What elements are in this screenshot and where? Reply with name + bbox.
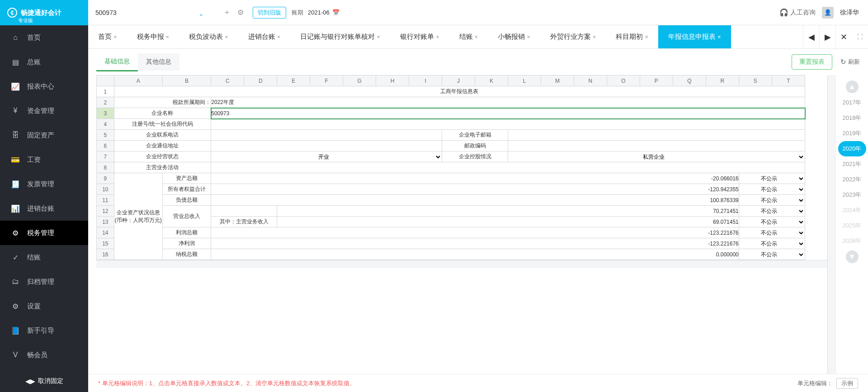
pub-select-13[interactable]: 不公示 <box>739 217 805 227</box>
rowhdr-7[interactable]: 7 <box>97 151 114 162</box>
vertical-scrollbar[interactable] <box>827 75 835 374</box>
tab-2[interactable]: 税负波动表× <box>179 25 238 48</box>
col-M[interactable]: M <box>541 76 574 86</box>
sidebar-item-1[interactable]: ▤总账 <box>0 50 88 74</box>
asset-val-14[interactable]: -123.221676 <box>211 227 739 238</box>
tab-7[interactable]: 小畅报销× <box>488 25 540 48</box>
ctrl-select[interactable]: 私营企业 <box>508 151 805 162</box>
col-H[interactable]: H <box>376 76 409 86</box>
col-G[interactable]: G <box>343 76 376 86</box>
sidebar-item-9[interactable]: ✓结账 <box>0 245 88 269</box>
asset-val-15[interactable]: -123.221676 <box>211 238 739 249</box>
asset-val-13[interactable]: 69.071451 <box>277 217 739 227</box>
sidebar-item-2[interactable]: 📈报表中心 <box>0 74 88 99</box>
col-N[interactable]: N <box>574 76 607 86</box>
year-up-button[interactable]: ▲ <box>846 80 859 93</box>
tab-close[interactable]: × <box>475 33 478 40</box>
tab-close[interactable]: × <box>717 33 721 40</box>
status-select[interactable]: 开业 <box>211 151 442 162</box>
pub-select-12[interactable]: 不公示 <box>739 206 805 217</box>
col-E[interactable]: E <box>277 76 310 86</box>
credit-cell[interactable] <box>211 119 805 130</box>
col-D[interactable]: D <box>244 76 277 86</box>
rowhdr-5[interactable]: 5 <box>97 130 114 141</box>
asset-val-9[interactable]: -20.066016 <box>211 173 739 184</box>
rowhdr-2[interactable]: 2 <box>97 97 114 108</box>
rowhdr-8[interactable]: 8 <box>97 162 114 173</box>
rowhdr-11[interactable]: 11 <box>97 195 114 206</box>
year-down-button[interactable]: ▼ <box>846 250 859 263</box>
email-cell[interactable] <box>508 130 805 141</box>
sub-empty[interactable] <box>211 206 277 217</box>
pub-select-10[interactable]: 不公示 <box>739 184 805 195</box>
tab-9[interactable]: 科目期初× <box>606 25 658 48</box>
sidebar-item-13[interactable]: V畅会员 <box>0 343 88 367</box>
company-selector[interactable]: 500973 ⌄ <box>94 6 220 19</box>
col-R[interactable]: R <box>706 76 739 86</box>
old-version-button[interactable]: 切到旧版 <box>253 7 286 19</box>
col-A[interactable]: A <box>114 76 162 86</box>
col-C[interactable]: C <box>211 76 244 86</box>
tab-close[interactable]: × <box>436 33 439 40</box>
rowhdr-15[interactable]: 15 <box>97 238 114 249</box>
sidebar-item-5[interactable]: 💳工资 <box>0 147 88 172</box>
asset-val-11[interactable]: 100.876339 <box>211 195 739 206</box>
pub-select-15[interactable]: 不公示 <box>739 238 805 249</box>
tab-close[interactable]: × <box>277 33 281 40</box>
sidebar-item-10[interactable]: 🗂归档管理 <box>0 269 88 294</box>
rowhdr-6[interactable]: 6 <box>97 141 114 151</box>
user-name[interactable]: 徐泽华 <box>840 9 859 17</box>
unpin-button[interactable]: ◀▶ 取消固定 <box>0 370 88 392</box>
tab-scroll-right[interactable]: ▶ <box>819 25 835 48</box>
asset-val-12[interactable]: 70.271451 <box>277 206 739 217</box>
col-J[interactable]: J <box>442 76 475 86</box>
col-I[interactable]: I <box>409 76 442 86</box>
tab-6[interactable]: 结账× <box>449 25 488 48</box>
year-2019年[interactable]: 2019年 <box>838 126 866 141</box>
sidebar-item-3[interactable]: ¥资金管理 <box>0 99 88 123</box>
tab-3[interactable]: 进销台账× <box>238 25 291 48</box>
calendar-icon[interactable]: 📅 <box>332 9 340 16</box>
tab-scroll-left[interactable]: ◀ <box>803 25 819 48</box>
sidebar-item-0[interactable]: ⌂首页 <box>0 25 88 50</box>
subtab-other[interactable]: 其他信息 <box>138 53 179 71</box>
col-K[interactable]: K <box>475 76 508 86</box>
period-value[interactable]: 2021-06 <box>308 9 330 16</box>
rowhdr-12[interactable]: 12 <box>97 206 114 217</box>
rowhdr-14[interactable]: 14 <box>97 227 114 238</box>
tab-close[interactable]: × <box>225 33 228 40</box>
asset-val-10[interactable]: -120.942355 <box>211 184 739 195</box>
col-P[interactable]: P <box>640 76 673 86</box>
asset-val-16[interactable]: 0.000000 <box>211 249 739 260</box>
addr-cell[interactable] <box>211 141 442 151</box>
fullscreen-button[interactable]: ⛶ <box>852 25 868 48</box>
tab-1[interactable]: 税务申报× <box>127 25 179 48</box>
col-O[interactable]: O <box>607 76 640 86</box>
consult-button[interactable]: 🎧 人工咨询 <box>779 8 816 17</box>
rowhdr-3[interactable]: 3 <box>97 108 114 119</box>
tab-close[interactable]: × <box>113 33 117 40</box>
sidebar-item-12[interactable]: 📘新手引导 <box>0 318 88 343</box>
tab-close[interactable]: × <box>645 33 648 40</box>
sidebar-item-7[interactable]: 📊进销台账 <box>0 196 88 221</box>
sidebar-item-8[interactable]: ⚙税务管理 <box>0 221 88 245</box>
sidebar-item-11[interactable]: ⚙设置 <box>0 294 88 318</box>
subtab-basic[interactable]: 基础信息 <box>96 53 138 71</box>
sheet-corner[interactable] <box>97 76 114 86</box>
tab-close[interactable]: × <box>527 33 530 40</box>
pub-select-16[interactable]: 不公示 <box>739 249 805 260</box>
tab-4[interactable]: 日记账与银行对账单核对× <box>290 25 390 48</box>
tab-close[interactable]: × <box>166 33 170 40</box>
year-2018年[interactable]: 2018年 <box>838 110 866 126</box>
col-L[interactable]: L <box>508 76 541 86</box>
pub-select-9[interactable]: 不公示 <box>739 173 805 184</box>
refresh-button[interactable]: ↻ 刷新 <box>840 58 860 66</box>
col-F[interactable]: F <box>310 76 343 86</box>
mainbiz-cell[interactable] <box>211 162 805 173</box>
tab-10[interactable]: 年报信息申报表× <box>658 25 731 48</box>
rowhdr-16[interactable]: 16 <box>97 249 114 260</box>
tab-0[interactable]: 首页 × <box>88 25 127 48</box>
year-2020年[interactable]: 2020年 <box>838 141 866 156</box>
pub-select-14[interactable]: 不公示 <box>739 227 805 238</box>
phone-cell[interactable] <box>211 130 442 141</box>
